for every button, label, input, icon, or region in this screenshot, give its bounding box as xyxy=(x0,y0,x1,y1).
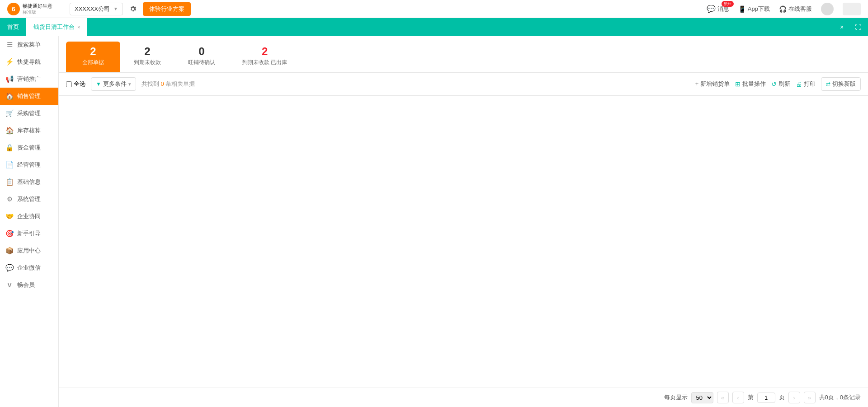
settings-icon[interactable] xyxy=(127,3,139,15)
tab-cashflow[interactable]: 钱货日清工作台 × xyxy=(26,18,87,36)
tab-maximize-icon[interactable]: ⛶ xyxy=(852,21,864,33)
app-center-icon: 📦 xyxy=(5,247,14,255)
select-all-checkbox[interactable]: 全选 xyxy=(66,80,85,88)
marketing-icon: 📢 xyxy=(5,75,14,83)
tab-home[interactable]: 首页 xyxy=(0,18,26,36)
member-icon: V xyxy=(5,282,14,289)
sales-icon: 🏠 xyxy=(5,92,14,100)
table-area xyxy=(59,96,868,388)
sidebar-item-enterprise[interactable]: 🤝 企业协同 xyxy=(0,208,58,225)
sidebar-item-operations[interactable]: 📄 经营管理 xyxy=(0,156,58,173)
page-suffix: 页 xyxy=(779,393,785,402)
sidebar-item-finance[interactable]: 🔒 资金管理 xyxy=(0,139,58,156)
tab-bar-actions: × ⛶ xyxy=(835,21,868,33)
print-btn[interactable]: 🖨 打印 xyxy=(796,80,816,88)
stat-tab-wangpu[interactable]: 0 旺铺待确认 xyxy=(175,42,229,72)
logo-area: 6 畅捷通好生意 标准版 xyxy=(7,3,66,15)
main-layout: ☰ 搜索菜单 ⚡ 快捷导航 📢 营销推广 🏠 销售管理 🛒 采购管理 🏠 库存核… xyxy=(0,36,868,407)
select-all-input[interactable] xyxy=(66,81,72,87)
system-icon: ⚙ xyxy=(5,195,14,203)
quick-nav-icon: ⚡ xyxy=(5,58,14,66)
tab-close-window-icon[interactable]: × xyxy=(835,21,848,33)
page-size-select[interactable]: 50 xyxy=(691,392,713,403)
page-size-label: 每页显示 xyxy=(664,393,688,402)
operations-icon: 📄 xyxy=(5,161,14,169)
logo-text: 畅捷通好生意 标准版 xyxy=(23,3,52,15)
stat-tab-overdue-shipped[interactable]: 2 到期未收款 已出库 xyxy=(229,42,301,72)
first-page-btn[interactable]: « xyxy=(717,392,729,403)
stat-tab-all[interactable]: 2 全部单据 xyxy=(66,42,120,72)
page-number-input[interactable] xyxy=(757,393,775,403)
messages-btn[interactable]: 💬 消息 99+ xyxy=(707,5,729,13)
tab-close-icon[interactable]: × xyxy=(77,24,80,30)
refresh-btn[interactable]: ↺ 刷新 xyxy=(771,80,790,88)
search-menu-icon: ☰ xyxy=(5,41,14,49)
content-area: 2 全部单据 2 到期未收款 0 旺铺待确认 2 到期未收款 已出库 全选 xyxy=(59,36,868,407)
sidebar-item-wechat[interactable]: 💬 企业微信 xyxy=(0,259,58,276)
page-label-current: 第 xyxy=(748,393,754,402)
inventory-icon: 🏠 xyxy=(5,126,14,135)
sidebar-item-newbie[interactable]: 🎯 新手引导 xyxy=(0,225,58,242)
tab-bar: 首页 钱货日清工作台 × × ⛶ xyxy=(0,18,868,36)
next-page-btn[interactable]: › xyxy=(788,392,800,403)
filter-dropdown-icon: ▾ xyxy=(128,81,131,87)
batch-operation-btn[interactable]: ⊞ 批量操作 xyxy=(735,80,766,88)
sidebar-item-app-center[interactable]: 📦 应用中心 xyxy=(0,242,58,259)
toolbar-right: + 新增销货单 ⊞ 批量操作 ↺ 刷新 🖨 打印 ⇄ 切换新版 xyxy=(695,77,861,91)
user-menu[interactable] xyxy=(843,3,861,15)
company-selector[interactable]: XXXXXX公司 ▼ xyxy=(70,3,123,15)
sidebar-item-basic-info[interactable]: 📋 基础信息 xyxy=(0,173,58,191)
last-page-btn[interactable]: » xyxy=(804,392,816,403)
purchase-icon: 🛒 xyxy=(5,109,14,117)
messages-badge: 99+ xyxy=(722,1,734,7)
app-download-btn[interactable]: 📱 App下载 xyxy=(738,5,770,13)
sidebar-item-member[interactable]: V 畅会员 xyxy=(0,276,58,294)
avatar[interactable] xyxy=(821,3,834,15)
pagination: 每页显示 50 « ‹ 第 页 › » 共0页，0条记录 xyxy=(59,388,868,407)
sidebar-item-purchase[interactable]: 🛒 采购管理 xyxy=(0,105,58,122)
sidebar-item-inventory[interactable]: 🏠 库存核算 xyxy=(0,122,58,139)
sidebar-item-system[interactable]: ⚙ 系统管理 xyxy=(0,191,58,208)
top-header: 6 畅捷通好生意 标准版 XXXXXX公司 ▼ 体验行业方案 💬 消息 99+ … xyxy=(0,0,868,18)
add-sale-btn[interactable]: + 新增销货单 xyxy=(695,80,730,88)
basic-info-icon: 📋 xyxy=(5,178,14,186)
dropdown-arrow-icon: ▼ xyxy=(113,6,118,11)
total-records: 共0页，0条记录 xyxy=(819,393,861,402)
trial-btn[interactable]: 体验行业方案 xyxy=(143,2,191,16)
sidebar: ☰ 搜索菜单 ⚡ 快捷导航 📢 营销推广 🏠 销售管理 🛒 采购管理 🏠 库存核… xyxy=(0,36,59,407)
stats-tabs: 2 全部单据 2 到期未收款 0 旺铺待确认 2 到期未收款 已出库 xyxy=(59,36,868,73)
online-service-btn[interactable]: 🎧 在线客服 xyxy=(779,5,812,13)
sidebar-item-quick-nav[interactable]: ⚡ 快捷导航 xyxy=(0,53,58,70)
sidebar-item-sales[interactable]: 🏠 销售管理 xyxy=(0,88,58,105)
prev-page-btn[interactable]: ‹ xyxy=(732,392,744,403)
wechat-icon: 💬 xyxy=(5,264,14,272)
toolbar: 全选 ▼ 更多条件 ▾ 共找到 0 条相关单据 + 新增销货单 ⊞ 批量操作 xyxy=(59,73,868,96)
enterprise-icon: 🤝 xyxy=(5,212,14,220)
header-right: 💬 消息 99+ 📱 App下载 🎧 在线客服 xyxy=(707,3,861,15)
finance-icon: 🔒 xyxy=(5,144,14,152)
sidebar-item-marketing[interactable]: 📢 营销推广 xyxy=(0,70,58,88)
more-filters-btn[interactable]: ▼ 更多条件 ▾ xyxy=(91,77,136,91)
newbie-icon: 🎯 xyxy=(5,229,14,238)
logo-icon: 6 xyxy=(7,3,20,15)
stat-tab-overdue[interactable]: 2 到期未收款 xyxy=(120,42,175,72)
switch-version-btn[interactable]: ⇄ 切换新版 xyxy=(821,77,861,91)
sidebar-item-search-menu[interactable]: ☰ 搜索菜单 xyxy=(0,36,58,53)
found-text: 共找到 0 条相关单据 xyxy=(142,80,195,88)
